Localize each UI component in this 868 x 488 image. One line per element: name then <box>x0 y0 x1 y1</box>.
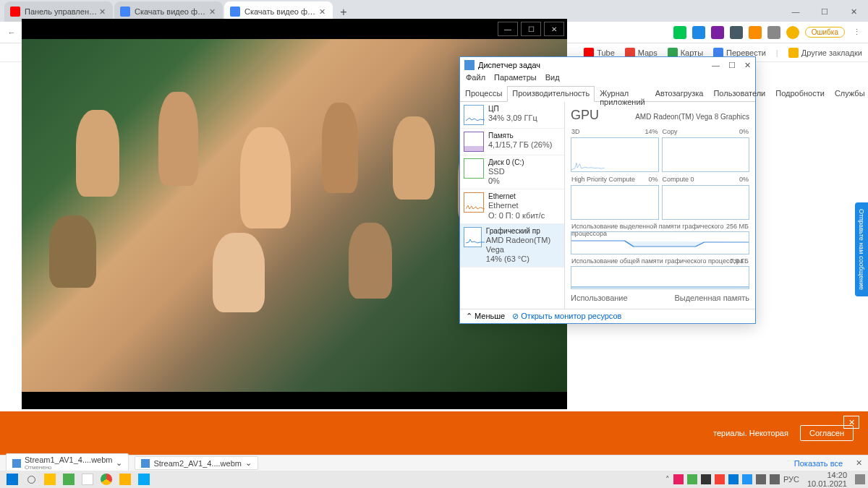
video-bottom-bar <box>22 392 567 409</box>
system-tray: ˄ РУС 14:20 10.01.2021 <box>665 471 865 488</box>
start-button[interactable] <box>3 471 22 487</box>
error-badge[interactable]: Ошибка <box>805 27 845 38</box>
close-button[interactable]: ✕ <box>839 1 868 22</box>
search-icon[interactable] <box>22 471 41 487</box>
notifications-icon[interactable] <box>855 474 865 484</box>
site-icon <box>120 7 130 17</box>
chart-compute0: Compute 0 0% <box>662 185 750 220</box>
tab-startup[interactable]: Автозагрузка <box>650 86 709 101</box>
show-all-link[interactable]: Показать все <box>794 459 843 468</box>
site-icon <box>230 7 240 17</box>
ext-icon[interactable] <box>749 26 762 39</box>
taskmgr-icon <box>464 60 475 70</box>
taskbar-app[interactable] <box>78 471 97 487</box>
extension-icons: Ошибка ⋮ <box>673 26 862 39</box>
tray-icon[interactable] <box>687 474 697 484</box>
avatar-icon[interactable] <box>786 26 799 39</box>
taskmgr-menu: Файл Параметры Вид <box>460 73 755 86</box>
network-icon[interactable] <box>770 474 780 484</box>
minimize-button[interactable]: — <box>498 22 518 36</box>
sidebar-item-disk[interactable]: Диск 0 (C:)SSD0% <box>460 155 564 189</box>
taskmgr-titlebar[interactable]: Диспетчер задач — ☐ ✕ <box>460 57 755 73</box>
banner-text: териалы. Некоторая <box>713 429 788 437</box>
file-icon <box>12 459 21 468</box>
task-manager-window: Диспетчер задач — ☐ ✕ Файл Параметры Вид… <box>459 56 756 324</box>
youtube-icon <box>10 7 20 17</box>
clock[interactable]: 14:20 10.01.2021 <box>803 471 851 488</box>
tab-services[interactable]: Службы <box>830 86 868 101</box>
ext-icon[interactable] <box>692 26 705 39</box>
gpu-title: GPU <box>571 108 599 123</box>
footer-usage: Использование <box>571 294 628 302</box>
bluetooth-icon[interactable] <box>742 474 752 484</box>
window-title: Диспетчер задач <box>478 61 540 69</box>
menu-file[interactable]: Файл <box>466 73 485 86</box>
sidebar-item-cpu[interactable]: ЦП34% 3,09 ГГц <box>460 102 564 129</box>
video-titlebar[interactable]: — ☐ ✕ <box>22 19 567 39</box>
close-icon[interactable]: ✕ <box>207 7 217 17</box>
close-icon[interactable]: ✕ <box>97 7 107 17</box>
menu-options[interactable]: Параметры <box>494 73 537 86</box>
close-button[interactable]: ✕ <box>544 22 564 36</box>
window-controls: — ☐ ✕ <box>781 1 868 22</box>
download-item[interactable]: Stream1_AV1_4....webmОтменено ⌄ <box>6 453 129 473</box>
onedrive-icon[interactable] <box>728 474 739 484</box>
file-icon <box>141 459 150 468</box>
maximize-button[interactable]: ☐ <box>521 22 541 36</box>
tab-apphistory[interactable]: Журнал приложений <box>595 86 650 101</box>
menu-icon[interactable]: ⋮ <box>851 27 862 38</box>
language-indicator[interactable]: РУС <box>783 475 799 484</box>
maximize-button[interactable]: ☐ <box>728 61 736 70</box>
taskmgr-detail-pane: GPU AMD Radeon(TM) Vega 8 Graphics 3D 14… <box>565 102 755 309</box>
volume-icon[interactable] <box>756 474 766 484</box>
close-icon[interactable]: ✕ <box>856 458 862 468</box>
tray-icon[interactable] <box>701 474 711 484</box>
chart-3d: 3D 14% <box>571 137 659 172</box>
tab-details[interactable]: Подробности <box>770 86 830 101</box>
open-resmon-link[interactable]: ⊘ Открыть монитор ресурсов <box>512 312 621 321</box>
minimize-button[interactable]: — <box>781 1 810 22</box>
sidebar-item-ethernet[interactable]: EthernetEthernetО: 0 П: 0 кбит/с <box>460 189 564 223</box>
footer-dedicated: Выделенная память <box>674 294 749 302</box>
ext-icon[interactable] <box>711 26 724 39</box>
taskbar-app[interactable] <box>116 471 135 487</box>
puzzle-icon[interactable] <box>767 26 780 39</box>
tab-users[interactable]: Пользователи <box>708 86 770 101</box>
taskbar-app[interactable] <box>41 471 59 487</box>
taskbar-app[interactable] <box>135 471 153 487</box>
windows-taskbar: ˄ РУС 14:20 10.01.2021 <box>0 471 868 488</box>
taskmgr-tabs: Процессы Производительность Журнал прило… <box>460 86 755 102</box>
chart-dedicated-mem: Использование выделенной памяти графичес… <box>571 231 749 254</box>
taskbar-app[interactable] <box>59 471 78 487</box>
taskmgr-footer: ⌃ Меньше ⊘ Открыть монитор ресурсов <box>460 309 755 323</box>
feedback-tab[interactable]: Отправьте нам сообщение <box>855 202 868 296</box>
tab-title: Скачать видео файлы закодир <box>244 7 317 16</box>
cookie-banner: ✕ териалы. Некоторая Согласен <box>0 411 868 455</box>
minimize-button[interactable]: — <box>712 61 720 70</box>
other-bookmarks[interactable]: Другие закладки <box>788 48 862 58</box>
chevron-down-icon[interactable]: ⌄ <box>245 458 252 468</box>
chart-copy: Copy 0% <box>662 137 750 172</box>
fewer-details[interactable]: ⌃ Меньше <box>466 312 505 321</box>
chart-hp-compute: High Priority Compute 0% <box>571 185 659 220</box>
close-icon[interactable]: ✕ <box>317 7 327 17</box>
download-item[interactable]: Stream2_AV1_4....webm ⌄ <box>135 456 258 470</box>
ext-icon[interactable] <box>673 26 686 39</box>
tab-title: Скачать видео файлы закодир <box>135 7 207 16</box>
close-button[interactable]: ✕ <box>744 61 751 70</box>
back-icon[interactable]: ← <box>6 27 17 38</box>
banner-close-button[interactable]: ✕ <box>843 416 859 429</box>
sidebar-item-gpu[interactable]: Графический прAMD Radeon(TM) Vega14% (63… <box>460 224 564 268</box>
tray-icon[interactable] <box>715 474 725 484</box>
tab-processes[interactable]: Процессы <box>460 86 507 101</box>
menu-view[interactable]: Вид <box>545 73 560 86</box>
chevron-down-icon[interactable]: ⌄ <box>116 458 122 468</box>
taskbar-chrome[interactable] <box>97 471 116 487</box>
tray-chevron-icon[interactable]: ˄ <box>665 475 670 484</box>
maximize-button[interactable]: ☐ <box>810 1 839 22</box>
tray-icon[interactable] <box>673 474 684 484</box>
sidebar-item-memory[interactable]: Память4,1/15,7 ГБ (26%) <box>460 129 564 155</box>
tab-performance[interactable]: Производительность <box>507 86 595 102</box>
ext-icon[interactable] <box>730 26 743 39</box>
taskmgr-sidebar: ЦП34% 3,09 ГГц Память4,1/15,7 ГБ (26%) Д… <box>460 102 565 309</box>
